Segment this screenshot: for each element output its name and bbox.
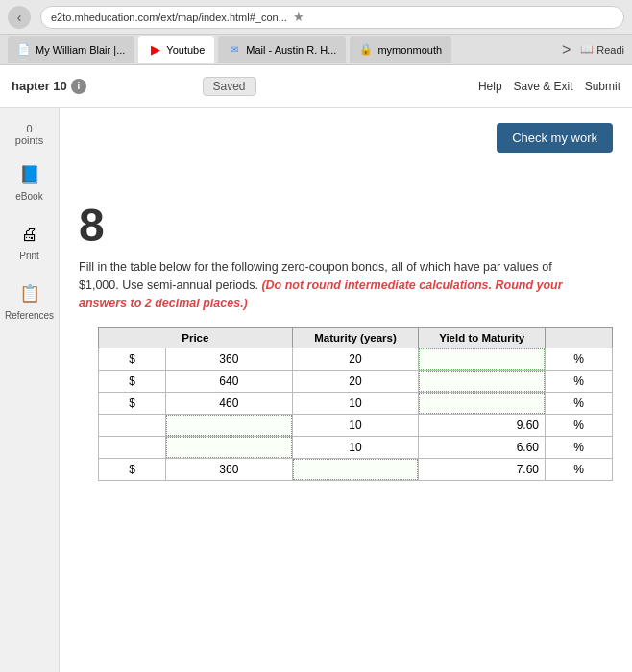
price-cell-6: 360 [166,459,293,481]
pct-1: % [546,348,613,371]
ytm-input-cell-1[interactable] [419,348,546,371]
ytm-given-5: 6.60 [419,437,546,459]
dollar-sign-4 [99,415,166,437]
tab-blair[interactable]: 📄 My William Blair |... [8,36,134,63]
tab-mail[interactable]: ✉ Mail - Austin R. H... [218,36,346,63]
table-row: $ 360 20 % [99,348,613,371]
browser-back-button[interactable]: ‹ [8,6,31,29]
ytm-input-3[interactable] [419,393,545,414]
sidebar-item-print[interactable]: 🖨 Print [0,211,59,271]
maturity-cell-1: 20 [292,348,419,371]
main-layout: 0 points 📘 eBook 🖨 Print 📋 References Ch… [0,108,632,672]
table-row: $ 460 10 % [99,393,613,415]
sidebar: 0 points 📘 eBook 🖨 Print 📋 References [0,108,60,672]
content-area: Check my work 8 Fill in the table below … [60,108,632,672]
tab-youtube[interactable]: ▶ Youtube [138,36,214,63]
youtube-tab-icon: ▶ [148,43,161,57]
points-display: 0 points [12,117,47,152]
price-cell-1: 360 [166,348,293,371]
points-value: 0 [15,123,43,134]
dollar-sign-6: $ [99,459,166,481]
blair-tab-icon: 📄 [17,43,31,57]
pct-3: % [546,393,613,415]
table-row: 10 9.60 % [99,415,613,437]
ytm-header: Yield to Maturity [419,328,546,348]
ytm-input-2[interactable] [419,371,545,392]
ytm-input-1[interactable] [419,348,545,370]
maturity-cell-2: 20 [292,371,419,393]
price-cell-2: 640 [166,371,293,393]
references-label: References [5,310,54,321]
reader-label: Readi [596,44,624,56]
browser-bar: ‹ e2to.mheducation.com/ext/map/index.htm… [0,0,632,35]
print-icon: 🖨 [16,221,43,248]
blair-tab-label: My William Blair |... [36,44,125,56]
mail-tab-icon: ✉ [228,43,241,57]
print-label: Print [19,251,39,261]
points-label: points [15,134,43,146]
maturity-header: Maturity (years) [292,328,419,348]
tab-mymonmouth[interactable]: 🔒 mymonmouth [350,36,451,63]
pct-6: % [546,459,613,481]
bookmark-icon[interactable]: ★ [293,10,304,24]
table-row: $ 360 7.60 % [99,459,613,481]
dollar-sign-2: $ [99,371,166,393]
maturity-input-cell-6[interactable] [292,459,419,481]
price-input-cell-5[interactable] [166,437,293,459]
pct-5: % [546,437,613,459]
ytm-given-6: 7.60 [419,459,546,481]
app-header: hapter 10 i Saved Help Save & Exit Submi… [0,65,632,108]
dollar-sign-1: $ [99,348,166,371]
price-header: Price [99,328,293,348]
sidebar-item-ebook[interactable]: 📘 eBook [0,152,59,211]
youtube-tab-label: Youtube [166,44,205,56]
sidebar-item-references[interactable]: 📋 References [0,271,59,330]
price-cell-3: 460 [166,393,293,415]
pct-2: % [546,371,613,393]
url-bar[interactable]: e2to.mheducation.com/ext/map/index.html#… [40,6,624,29]
price-input-cell-4[interactable] [166,415,293,437]
maturity-input-6[interactable] [293,459,419,480]
chapter-label: hapter 10 i [12,79,86,94]
saved-badge: Saved [203,77,256,96]
save-exit-button[interactable]: Save & Exit [514,80,573,93]
pct-4: % [546,415,613,437]
url-text: e2to.mheducation.com/ext/map/index.html#… [51,12,287,23]
pct-header [546,328,613,348]
tab-arrow[interactable]: > [556,39,576,60]
ytm-input-cell-2[interactable] [419,371,546,393]
ytm-given-4: 9.60 [419,415,546,437]
reader-icon: 📖 [580,43,594,56]
ebook-icon: 📘 [16,161,43,188]
table-row: $ 640 20 % [99,371,613,393]
mymonmouth-tab-label: mymonmouth [377,44,442,56]
submit-button[interactable]: Submit [585,80,620,93]
maturity-cell-5: 10 [292,437,419,459]
info-icon[interactable]: i [71,79,86,94]
header-actions: Help Save & Exit Submit [478,80,620,93]
maturity-cell-4: 10 [292,415,419,437]
question-number: 8 [79,164,613,249]
table-row: 10 6.60 % [99,437,613,459]
tabs-bar: 📄 My William Blair |... ▶ Youtube ✉ Mail… [0,35,632,65]
dollar-sign-5 [99,437,166,459]
bond-table: Price Maturity (years) Yield to Maturity… [98,327,613,481]
question-text: Fill in the table below for the followin… [79,258,578,312]
ytm-input-cell-3[interactable] [419,393,546,415]
price-input-5[interactable] [166,437,292,458]
price-input-4[interactable] [166,415,292,436]
check-my-work-button[interactable]: Check my work [497,123,613,153]
references-icon: 📋 [16,280,43,307]
lock-icon: 🔒 [359,43,373,57]
table-header-row: Price Maturity (years) Yield to Maturity [99,328,613,348]
maturity-cell-3: 10 [292,393,419,415]
mail-tab-label: Mail - Austin R. H... [246,44,336,56]
chapter-text: hapter 10 [12,79,67,93]
help-link[interactable]: Help [478,80,502,93]
ebook-label: eBook [15,191,42,202]
dollar-sign-3: $ [99,393,166,415]
reader-mode-tab[interactable]: 📖 Readi [580,43,624,56]
